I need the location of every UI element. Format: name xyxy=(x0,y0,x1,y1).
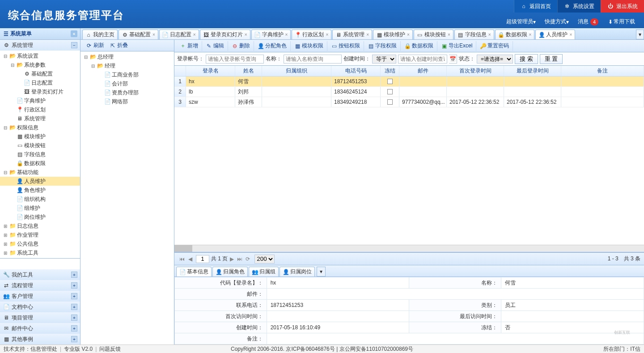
collapse-button[interactable]: ⇱折叠 xyxy=(107,42,131,49)
node-data-perm[interactable]: 🔒数据权限 xyxy=(0,159,80,168)
tab-usermaint[interactable]: 👤人员维护× xyxy=(535,30,575,39)
page-input[interactable] xyxy=(196,255,209,263)
scrollbar-thumb[interactable] xyxy=(174,245,192,252)
tab-role[interactable]: 👤归属角色 xyxy=(212,267,248,276)
user-menu[interactable]: 超级管理员 ▾ xyxy=(502,18,540,26)
add-button[interactable]: ＋新增 xyxy=(176,41,202,51)
page-first[interactable]: ⏮ xyxy=(178,255,186,263)
messages-button[interactable]: 消息4 xyxy=(573,18,603,26)
tab-post[interactable]: 👤归属岗位 xyxy=(280,267,315,276)
minus-icon[interactable]: ⊟ xyxy=(2,125,9,130)
page-prev[interactable]: ◀ xyxy=(186,255,194,263)
node-mod-btn[interactable]: ▭模块按钮 xyxy=(0,141,80,150)
close-icon[interactable]: × xyxy=(569,32,572,37)
tab-region[interactable]: 📍行政区划× xyxy=(292,30,331,39)
acc-project[interactable]: 🖥项目管理+ xyxy=(0,312,80,323)
plus-icon[interactable]: ⊞ xyxy=(2,242,9,247)
expand-icon[interactable]: + xyxy=(71,336,77,342)
node-perm-info[interactable]: ⊟📂权限信息 xyxy=(0,123,80,132)
org-root[interactable]: ⊟📂总经理 xyxy=(80,52,174,61)
col-phone[interactable]: 电话号码 xyxy=(331,66,381,76)
col-frozen[interactable]: 冻结 xyxy=(381,66,399,76)
acc-other[interactable]: ▦其他事例+ xyxy=(0,334,80,344)
download-button[interactable]: ⬇常用下载 xyxy=(603,18,640,26)
expand-icon[interactable]: + xyxy=(71,325,77,332)
create-input[interactable] xyxy=(398,55,447,64)
table-row[interactable]: 1 hx 何雪 18712451253 xyxy=(174,77,644,87)
acc-customer[interactable]: 👥客户管理+ xyxy=(0,291,80,302)
node-base-cfg[interactable]: ⚙基础配置 xyxy=(0,69,80,78)
col-note[interactable]: 备注 xyxy=(561,66,644,76)
tab-home[interactable]: ⌂我的主页 xyxy=(82,30,118,39)
assign-role-button[interactable]: 👤分配角色 xyxy=(254,41,291,51)
tab-dict[interactable]: 📄字典维护× xyxy=(251,30,291,39)
status-select[interactable]: =请选择= xyxy=(477,55,513,64)
table-row[interactable]: 3 szw 孙泽伟 18349249218 977734002@qq... 20… xyxy=(174,97,644,107)
field-perm-button[interactable]: ▤字段权限 xyxy=(364,41,401,51)
org-dept-3[interactable]: 📄网络部 xyxy=(80,97,174,106)
close-icon[interactable]: × xyxy=(366,32,369,37)
button-perm-button[interactable]: ▭按钮权限 xyxy=(327,41,364,51)
page-size-select[interactable]: 200 xyxy=(254,255,275,264)
page-next[interactable]: ▶ xyxy=(228,255,236,263)
col-org[interactable]: 归属组织 xyxy=(262,66,331,76)
checkbox[interactable] xyxy=(387,99,393,105)
node-job-mgmt[interactable]: ⊞📁作业管理 xyxy=(0,230,80,239)
data-perm-button[interactable]: 🔒数据权限 xyxy=(401,41,437,51)
minus-icon[interactable]: ⊟ xyxy=(2,170,9,175)
node-region[interactable]: 📍行政区划 xyxy=(0,105,80,114)
node-log-cfg[interactable]: 📄日志配置 xyxy=(0,78,80,87)
tab-fieldinfo[interactable]: ▤字段信息× xyxy=(454,30,494,39)
expand-icon[interactable]: + xyxy=(71,315,77,321)
col-first[interactable]: 首次登录时间 xyxy=(447,66,504,76)
tab-modbtn[interactable]: ▭模块按钮× xyxy=(414,30,453,39)
tab-menu[interactable]: ▾ xyxy=(636,30,644,39)
tab-modmaint[interactable]: ▦模块维护× xyxy=(373,30,413,39)
op-select[interactable]: 等于 xyxy=(372,55,396,64)
settings-button[interactable]: ✲系统设置 xyxy=(557,0,601,13)
tab-group[interactable]: 👥归属组 xyxy=(249,267,279,276)
collapse-icon[interactable]: − xyxy=(71,42,77,48)
sidebar-collapse[interactable]: « xyxy=(71,30,77,37)
node-org-maint[interactable]: 📄组维护 xyxy=(0,204,80,213)
acc-mytools[interactable]: 🔧我的工具+ xyxy=(0,269,80,280)
node-org-struct[interactable]: 📄组织机构 xyxy=(0,195,80,204)
tab-sysmgmt[interactable]: 🖥系统管理× xyxy=(332,30,372,39)
tab-basic-info[interactable]: 📄基本信息 xyxy=(176,267,212,276)
node-public-info[interactable]: ⊞📁公共信息 xyxy=(0,239,80,248)
node-sys-tools[interactable]: ⊞📁系统工具 xyxy=(0,248,80,257)
table-row[interactable]: 2 lb 刘邦 18346245124 xyxy=(174,87,644,97)
page-last[interactable]: ⏭ xyxy=(236,255,244,263)
node-field-info[interactable]: ▤字段信息 xyxy=(0,150,80,159)
h-scrollbar[interactable] xyxy=(174,245,644,252)
expand-icon[interactable]: + xyxy=(71,282,77,289)
close-icon[interactable]: × xyxy=(407,32,410,37)
search-button[interactable]: 搜 索 xyxy=(515,54,538,64)
org-dept-1[interactable]: 📄会计部 xyxy=(80,79,174,88)
expand-icon[interactable]: + xyxy=(71,272,77,278)
node-post-maint[interactable]: 📄岗位维护 xyxy=(0,213,80,221)
exit-button[interactable]: ⏻退出系统 xyxy=(601,0,644,13)
node-role-maint[interactable]: 👤角色维护 xyxy=(0,186,80,195)
minus-icon[interactable]: ⊟ xyxy=(89,64,97,68)
node-mod-maint[interactable]: ▦模块维护 xyxy=(0,132,80,141)
close-icon[interactable]: × xyxy=(488,32,491,37)
minus-icon[interactable]: ⊟ xyxy=(9,63,16,68)
close-icon[interactable]: × xyxy=(448,32,450,37)
plus-icon[interactable]: ⊞ xyxy=(2,233,9,238)
tab-dataperm[interactable]: 🔒数据权限× xyxy=(495,30,535,39)
close-icon[interactable]: × xyxy=(245,32,247,37)
home-button[interactable]: ⌂返回首页 xyxy=(514,0,557,13)
close-icon[interactable]: × xyxy=(285,32,288,37)
node-sys-param[interactable]: ⊟📂系统参数 xyxy=(0,60,80,69)
edit-button[interactable]: ✎编辑 xyxy=(202,41,228,51)
close-icon[interactable]: × xyxy=(153,32,155,37)
reset-button[interactable]: 重 置 xyxy=(540,54,563,64)
page-refresh[interactable]: ⟳ xyxy=(244,255,252,263)
acc-docs[interactable]: 📄文档中心+ xyxy=(0,302,80,312)
tab-loginslide[interactable]: 🖼登录页幻灯片× xyxy=(200,30,250,39)
login-input[interactable] xyxy=(206,55,264,64)
calendar-icon[interactable]: 📅 xyxy=(449,55,457,64)
acc-mail[interactable]: ✉邮件中心+ xyxy=(0,323,80,334)
node-user-maint[interactable]: 👤人员维护 xyxy=(0,177,80,186)
